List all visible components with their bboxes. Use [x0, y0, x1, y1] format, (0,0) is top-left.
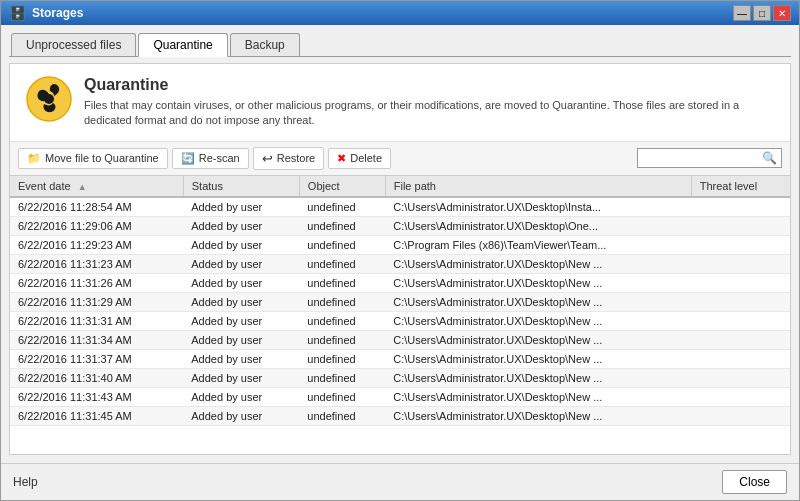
restore-label: Restore — [277, 152, 316, 164]
table-row[interactable]: 6/22/2016 11:31:31 AM Added by user unde… — [10, 311, 790, 330]
window-content: Unprocessed files Quarantine Backup Quar… — [1, 25, 799, 463]
table-row[interactable]: 6/22/2016 11:31:45 AM Added by user unde… — [10, 406, 790, 425]
cell-event-date: 6/22/2016 11:31:29 AM — [10, 292, 183, 311]
cell-event-date: 6/22/2016 11:31:23 AM — [10, 254, 183, 273]
title-bar: 🗄️ Storages — □ ✕ — [1, 1, 799, 25]
cell-file-path: C:\Users\Administrator.UX\Desktop\New ..… — [385, 330, 691, 349]
cell-status: Added by user — [183, 216, 299, 235]
cell-event-date: 6/22/2016 11:31:43 AM — [10, 387, 183, 406]
cell-status: Added by user — [183, 349, 299, 368]
table-row[interactable]: 6/22/2016 11:31:43 AM Added by user unde… — [10, 387, 790, 406]
cell-object: undefined — [299, 368, 385, 387]
rescan-button[interactable]: Re-scan — [172, 148, 249, 169]
col-event-date[interactable]: Event date ▲ — [10, 176, 183, 197]
window-close-button[interactable]: ✕ — [773, 5, 791, 21]
cell-threat-level — [691, 387, 790, 406]
cell-status: Added by user — [183, 254, 299, 273]
footer: Help Close — [1, 463, 799, 500]
cell-event-date: 6/22/2016 11:31:45 AM — [10, 406, 183, 425]
table-row[interactable]: 6/22/2016 11:31:34 AM Added by user unde… — [10, 330, 790, 349]
cell-object: undefined — [299, 254, 385, 273]
table-header-row: Event date ▲ Status Object File path — [10, 176, 790, 197]
table-container[interactable]: Event date ▲ Status Object File path — [10, 176, 790, 454]
hazmat-icon — [26, 76, 72, 122]
cell-object: undefined — [299, 406, 385, 425]
delete-button[interactable]: Delete — [328, 148, 391, 169]
restore-button[interactable]: Restore — [253, 147, 325, 170]
cell-threat-level — [691, 292, 790, 311]
quarantine-description: Files that may contain viruses, or other… — [84, 98, 774, 129]
move-icon — [27, 152, 41, 165]
cell-status: Added by user — [183, 406, 299, 425]
cell-object: undefined — [299, 273, 385, 292]
sort-icon: ▲ — [78, 182, 87, 192]
cell-file-path: C:\Users\Administrator.UX\Desktop\Insta.… — [385, 197, 691, 217]
tab-backup[interactable]: Backup — [230, 33, 300, 56]
cell-event-date: 6/22/2016 11:31:26 AM — [10, 273, 183, 292]
cell-object: undefined — [299, 330, 385, 349]
cell-file-path: C:\Users\Administrator.UX\Desktop\New ..… — [385, 311, 691, 330]
cell-object: undefined — [299, 349, 385, 368]
cell-threat-level — [691, 406, 790, 425]
col-object[interactable]: Object — [299, 176, 385, 197]
table-row[interactable]: 6/22/2016 11:31:40 AM Added by user unde… — [10, 368, 790, 387]
tab-unprocessed-files[interactable]: Unprocessed files — [11, 33, 136, 56]
table-row[interactable]: 6/22/2016 11:31:37 AM Added by user unde… — [10, 349, 790, 368]
col-event-date-label: Event date — [18, 180, 71, 192]
quarantine-title: Quarantine — [84, 76, 774, 94]
cell-object: undefined — [299, 387, 385, 406]
cell-threat-level — [691, 216, 790, 235]
cell-event-date: 6/22/2016 11:31:40 AM — [10, 368, 183, 387]
cell-file-path: C:\Users\Administrator.UX\Desktop\New ..… — [385, 387, 691, 406]
app-icon: 🗄️ — [9, 5, 26, 21]
delete-label: Delete — [350, 152, 382, 164]
cell-file-path: C:\Users\Administrator.UX\Desktop\New ..… — [385, 273, 691, 292]
table-row[interactable]: 6/22/2016 11:31:29 AM Added by user unde… — [10, 292, 790, 311]
table-row[interactable]: 6/22/2016 11:29:23 AM Added by user unde… — [10, 235, 790, 254]
col-object-label: Object — [308, 180, 340, 192]
minimize-button[interactable]: — — [733, 5, 751, 21]
cell-file-path: C:\Program Files (x86)\TeamViewer\Team..… — [385, 235, 691, 254]
tab-quarantine[interactable]: Quarantine — [138, 33, 227, 57]
cell-object: undefined — [299, 216, 385, 235]
cell-status: Added by user — [183, 235, 299, 254]
cell-status: Added by user — [183, 387, 299, 406]
cell-file-path: C:\Users\Administrator.UX\Desktop\New ..… — [385, 349, 691, 368]
close-button[interactable]: Close — [722, 470, 787, 494]
search-icon[interactable]: 🔍 — [762, 151, 777, 165]
cell-status: Added by user — [183, 330, 299, 349]
rescan-icon — [181, 152, 195, 165]
search-input[interactable] — [642, 152, 762, 164]
cell-file-path: C:\Users\Administrator.UX\Desktop\New ..… — [385, 368, 691, 387]
window-title: Storages — [32, 6, 83, 20]
cell-threat-level — [691, 273, 790, 292]
cell-threat-level — [691, 311, 790, 330]
table-row[interactable]: 6/22/2016 11:29:06 AM Added by user unde… — [10, 216, 790, 235]
cell-file-path: C:\Users\Administrator.UX\Desktop\New ..… — [385, 292, 691, 311]
cell-threat-level — [691, 235, 790, 254]
col-file-path[interactable]: File path — [385, 176, 691, 197]
maximize-button[interactable]: □ — [753, 5, 771, 21]
help-link[interactable]: Help — [13, 475, 38, 489]
delete-icon — [337, 152, 346, 165]
table-row[interactable]: 6/22/2016 11:28:54 AM Added by user unde… — [10, 197, 790, 217]
col-threat-level[interactable]: Threat level — [691, 176, 790, 197]
table-row[interactable]: 6/22/2016 11:31:23 AM Added by user unde… — [10, 254, 790, 273]
cell-event-date: 6/22/2016 11:28:54 AM — [10, 197, 183, 217]
cell-threat-level — [691, 330, 790, 349]
cell-status: Added by user — [183, 197, 299, 217]
cell-file-path: C:\Users\Administrator.UX\Desktop\One... — [385, 216, 691, 235]
cell-event-date: 6/22/2016 11:29:23 AM — [10, 235, 183, 254]
cell-file-path: C:\Users\Administrator.UX\Desktop\New ..… — [385, 254, 691, 273]
restore-icon — [262, 151, 273, 166]
move-label: Move file to Quarantine — [45, 152, 159, 164]
cell-threat-level — [691, 349, 790, 368]
table-row[interactable]: 6/22/2016 11:31:26 AM Added by user unde… — [10, 273, 790, 292]
cell-status: Added by user — [183, 368, 299, 387]
tab-bar: Unprocessed files Quarantine Backup — [9, 33, 791, 57]
toolbar: Move file to Quarantine Re-scan Restore … — [10, 142, 790, 176]
col-status[interactable]: Status — [183, 176, 299, 197]
title-bar-left: 🗄️ Storages — [9, 5, 83, 21]
cell-threat-level — [691, 254, 790, 273]
move-to-quarantine-button[interactable]: Move file to Quarantine — [18, 148, 168, 169]
